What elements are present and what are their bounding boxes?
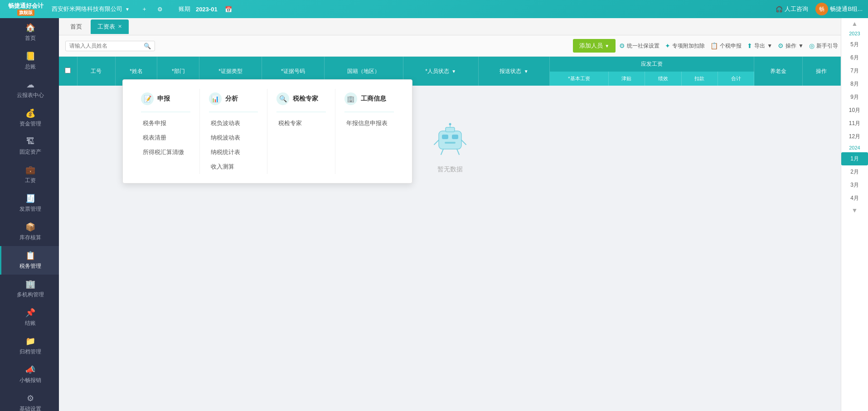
gongshang-title: 工商信息 — [361, 95, 386, 103]
special-deduction-btn[interactable]: ✦ 专项附加扣除 — [665, 42, 705, 50]
menu-item-tax-declaration[interactable]: 税务申报 — [141, 116, 190, 131]
search-input[interactable] — [69, 43, 142, 49]
logo-text: 畅捷通好会计 — [8, 2, 44, 10]
calendar-icon[interactable]: 📅 — [225, 6, 232, 13]
cal-month-3[interactable]: 3月 — [841, 179, 868, 192]
sidebar-item-settings[interactable]: ⚙ 基础设置 — [0, 389, 59, 411]
cal-month-9[interactable]: 9月 — [841, 91, 868, 104]
cal-month-4[interactable]: 4月 — [841, 192, 868, 205]
menu-item-income-estimate[interactable]: 收入测算 — [209, 160, 258, 174]
help-btn[interactable]: 🎧 人工咨询 — [776, 5, 808, 13]
tax-declaration-btn[interactable]: 📋 个税申报 — [710, 42, 742, 50]
sidebar-item-ledger[interactable]: 📒 总账 — [0, 47, 59, 75]
cal-month-7[interactable]: 7月 — [841, 64, 868, 77]
toolbar-actions: ⚙ 统一社保设置 ✦ 专项附加扣除 📋 个税申报 ⬆ 导出 ▼ ⚙ — [619, 42, 862, 50]
sidebar-item-tax[interactable]: 📋 税务管理 — [0, 246, 59, 275]
sidebar-label-inventory: 库存核算 — [19, 234, 41, 242]
menu-item-tax-settle[interactable]: 所得税汇算清缴 — [141, 145, 190, 160]
sidebar-item-home[interactable]: 🏠 首页 — [0, 18, 59, 47]
main-content: 首页 工资表 ✕ 🔍 添加人员 ▼ ⚙ 统一社保设置 — [59, 18, 868, 411]
sidebar-label-settings: 基础设置 — [19, 405, 41, 411]
sidebar-item-expense[interactable]: 📣 小畅报销 — [0, 360, 59, 389]
report-filter-icon[interactable]: ▼ — [524, 69, 529, 74]
gongshang-icon: 🏢 — [344, 92, 357, 105]
svg-rect-0 — [439, 131, 461, 149]
social-security-label: 统一社保设置 — [627, 42, 659, 50]
cal-next-btn[interactable]: ▼ — [849, 205, 860, 216]
tab-bar: 首页 工资表 ✕ — [59, 18, 868, 35]
menu-item-tax-form[interactable]: 税表清册 — [141, 131, 190, 145]
export-label: 导出 — [754, 42, 765, 50]
svg-line-4 — [434, 140, 439, 145]
tab-payroll[interactable]: 工资表 ✕ — [91, 19, 129, 34]
sidebar-item-assets[interactable]: 🏗 固定资产 — [0, 132, 59, 160]
menu-section-shuijian: 🔍 税检专家 税检专家 — [267, 89, 335, 174]
menu-item-annual-report[interactable]: 年报信息申报表 — [344, 116, 394, 131]
sidebar-item-invoice[interactable]: 🧾 发票管理 — [0, 189, 59, 218]
export-btn[interactable]: ⬆ 导出 ▼ — [747, 42, 772, 50]
fenxi-title: 分析 — [225, 95, 238, 103]
tab-home[interactable]: 首页 — [63, 19, 89, 34]
sidebar-label-cloud: 云报表中心 — [17, 92, 44, 99]
sidebar-label-invoice: 发票管理 — [19, 205, 41, 213]
tab-close-icon[interactable]: ✕ — [118, 24, 122, 29]
sidebar-item-close[interactable]: 📌 结账 — [0, 303, 59, 332]
col-report-header: 报送状态 ▼ — [478, 57, 549, 86]
cal-month-11[interactable]: 11月 — [841, 117, 868, 130]
settings-icon[interactable]: ⚙ — [154, 3, 166, 15]
tab-payroll-label: 工资表 — [97, 23, 115, 31]
operation-btn[interactable]: ⚙ 操作 ▼ — [778, 42, 804, 50]
operation-label: 操作 — [786, 42, 796, 50]
cal-month-6[interactable]: 6月 — [841, 51, 868, 64]
shenb-icon: 📝 — [141, 92, 154, 105]
select-all-checkbox[interactable] — [65, 68, 71, 73]
sidebar: 🏠 首页 📒 总账 ☁ 云报表中心 💰 资金管理 🏗 固定资产 💼 工资 🧾 发… — [0, 18, 59, 411]
menu-section-fenxi: 📊 分析 税负波动表 纳税波动表 纳税统计表 收入测算 — [200, 89, 268, 174]
cal-month-12[interactable]: 12月 — [841, 130, 868, 143]
menu-item-tax-stats[interactable]: 纳税统计表 — [209, 145, 258, 160]
col-allowance-header: 津贴 — [608, 72, 645, 86]
add-company-icon[interactable]: ＋ — [139, 3, 150, 15]
search-wrap[interactable]: 🔍 — [65, 41, 155, 51]
top-bar: 畅捷通好会计 旗舰版 西安虾米网络科技有限公司 ▼ ＋ ⚙ 账期 2023-01… — [0, 0, 868, 18]
cal-month-8[interactable]: 8月 — [841, 77, 868, 91]
shenb-title: 申报 — [157, 95, 170, 103]
menu-item-tax-burden[interactable]: 税负波动表 — [209, 116, 258, 131]
company-selector[interactable]: 西安虾米网络科技有限公司 ▼ — [52, 5, 130, 13]
cal-month-5[interactable]: 5月 — [841, 38, 868, 51]
funds-icon: 💰 — [25, 108, 35, 118]
sidebar-item-inventory[interactable]: 📦 库存核算 — [0, 218, 59, 246]
dropdown-menu: 📝 申报 税务申报 税表清册 所得税汇算清缴 📊 分析 — [122, 79, 412, 184]
home-icon: 🏠 — [25, 23, 35, 33]
sidebar-item-funds[interactable]: 💰 资金管理 — [0, 104, 59, 132]
export-chevron-icon: ▼ — [767, 43, 772, 49]
sidebar-label-archive: 归档管理 — [19, 348, 41, 356]
status-filter-icon[interactable]: ▼ — [451, 69, 456, 74]
menu-item-tax-wave[interactable]: 纳税波动表 — [209, 131, 258, 145]
cal-month-2[interactable]: 2月 — [841, 165, 868, 179]
search-icon[interactable]: 🔍 — [144, 43, 151, 49]
company-name: 西安虾米网络科技有限公司 — [52, 5, 122, 13]
col-base-wage-header: *基本工资 — [550, 72, 609, 86]
social-security-btn[interactable]: ⚙ 统一社保设置 — [619, 42, 659, 50]
guide-btn[interactable]: ◎ 新手引导 — [809, 42, 838, 50]
menu-header-fenxi: 📊 分析 — [209, 89, 258, 112]
sidebar-label-home: 首页 — [25, 34, 36, 42]
sidebar-item-multi-org[interactable]: 🏢 多机构管理 — [0, 275, 59, 303]
sidebar-item-payroll[interactable]: 💼 工资 — [0, 160, 59, 189]
menu-section-gongshang: 🏢 工商信息 年报信息申报表 — [335, 89, 403, 174]
menu-item-tax-expert[interactable]: 税检专家 — [276, 116, 326, 131]
cal-prev-btn[interactable]: ▲ — [849, 18, 860, 29]
cal-month-10[interactable]: 10月 — [841, 104, 868, 117]
cal-month-1[interactable]: 1月 — [841, 152, 868, 165]
sidebar-item-archive[interactable]: 📁 归档管理 — [0, 332, 59, 360]
cloud-icon: ☁ — [26, 80, 34, 90]
user-menu[interactable]: 畅 畅捷通B组... — [815, 3, 863, 15]
add-person-button[interactable]: 添加人员 ▼ — [573, 39, 616, 53]
sidebar-label-multi-org: 多机构管理 — [17, 291, 44, 299]
sidebar-label-expense: 小畅报销 — [19, 377, 41, 384]
company-actions: ＋ ⚙ — [139, 3, 166, 15]
close-books-icon: 📌 — [25, 308, 35, 318]
cal-year-2023: 2023 — [849, 29, 860, 38]
sidebar-item-cloud[interactable]: ☁ 云报表中心 — [0, 75, 59, 104]
